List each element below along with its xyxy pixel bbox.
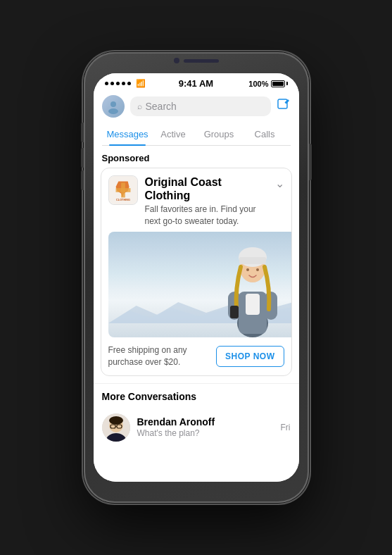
sponsored-label: Sponsored [94,146,299,168]
svg-text:CLOTHING: CLOTHING [116,199,130,201]
ad-image [108,232,292,337]
tab-messages[interactable]: Messages [105,123,151,145]
ad-footer: Free shipping on any purchase over $20. … [101,337,291,375]
tab-calls[interactable]: Calls [242,123,288,145]
tab-groups[interactable]: Groups [196,123,242,145]
svg-rect-2 [278,99,287,108]
status-bar: 📶 9:41 AM 100% [94,73,299,91]
search-placeholder: Search [146,101,177,112]
search-bar[interactable]: ⌕ Search [130,96,271,116]
svg-point-0 [110,101,116,107]
conv-preview: What's the plan? [137,428,274,438]
header: ⌕ Search Messages Active [94,91,299,146]
battery-percentage: 100% [248,80,268,88]
more-conversations-label: More Conversations [94,383,299,408]
svg-rect-7 [115,188,130,192]
conversation-item[interactable]: Brendan Aronoff What's the plan? Fri [94,408,299,447]
svg-point-25 [109,416,123,425]
wifi-icon: 📶 [136,79,146,88]
battery-tip [286,82,288,85]
svg-point-1 [108,108,118,114]
speaker-bar [184,59,219,63]
ad-header: CLOTHING Original Coast Clothing Fall fa… [101,168,291,232]
brand-name: Original Coast Clothing [145,175,268,202]
phone-device: 📶 9:41 AM 100% [84,52,309,503]
svg-rect-13 [246,294,260,315]
conv-time: Fri [281,423,291,432]
brand-text-wrap: Original Coast Clothing Fall favorites a… [145,175,268,227]
signal-dot-4 [122,82,125,85]
svg-point-19 [246,268,249,271]
conv-name: Brendan Aronoff [137,416,274,428]
chevron-down-icon[interactable]: ⌄ [275,177,284,190]
signal-dot-1 [105,82,108,85]
search-icon: ⌕ [137,101,142,111]
avatar[interactable] [102,95,125,118]
shop-now-button[interactable]: SHOP NOW [216,346,284,367]
brand-logo: CLOTHING [108,175,138,205]
signal-dot-5 [127,82,131,85]
conv-avatar [102,413,130,442]
compose-icon[interactable] [277,98,291,116]
content-area: Sponsored CLOTHING [94,146,299,482]
tab-active[interactable]: Active [151,123,196,145]
status-time: 9:41 AM [179,78,213,89]
svg-rect-18 [239,257,266,264]
header-top: ⌕ Search [102,95,291,118]
camera-notch [174,58,179,63]
woman-figure [221,239,284,337]
ad-card: CLOTHING Original Coast Clothing Fall fa… [101,168,292,376]
brand-tagline: Fall favorites are in. Find your next go… [145,204,268,227]
svg-point-20 [256,268,259,271]
signal-dot-3 [116,82,120,85]
svg-rect-21 [230,306,239,318]
signal-area: 📶 [105,79,146,88]
tabs: Messages Active Groups Calls [102,123,291,146]
battery-area: 100% [248,80,287,88]
phone-screen: 📶 9:41 AM 100% [94,73,299,482]
battery-fill [272,82,284,86]
battery-body [271,80,285,87]
conv-info: Brendan Aronoff What's the plan? [137,416,274,438]
battery-icon [271,80,288,87]
signal-dot-2 [110,82,114,85]
ad-footer-text: Free shipping on any purchase over $20. [108,344,211,368]
